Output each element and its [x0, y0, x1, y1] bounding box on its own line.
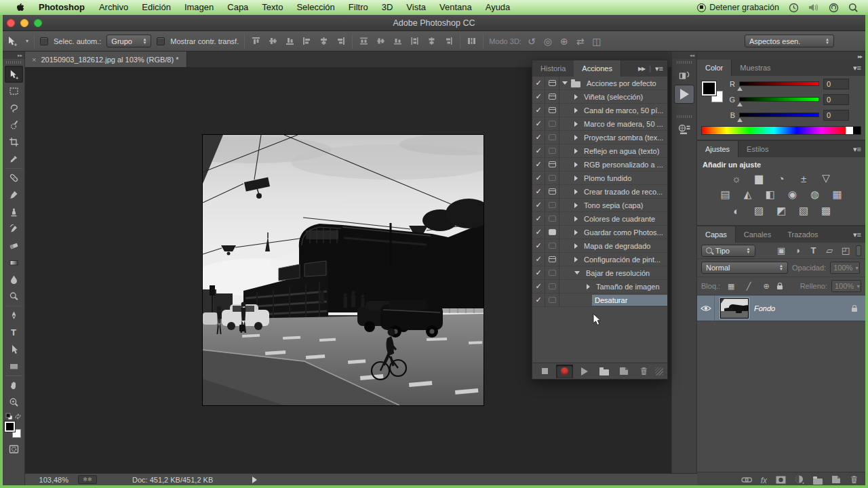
3d-roll-icon[interactable]: ◎: [542, 36, 554, 47]
auto-select-checkbox[interactable]: [40, 37, 48, 45]
channel-mixer-icon[interactable]: ◍: [807, 188, 823, 201]
auto-select-target-dropdown[interactable]: Grupo ▲▼: [106, 35, 151, 47]
status-options-button[interactable]: ✻✻: [78, 475, 97, 484]
action-check-icon[interactable]: ✓: [532, 131, 545, 144]
posterize-icon[interactable]: ▨: [751, 204, 767, 218]
distribute-bottom-edges-button[interactable]: [392, 35, 403, 47]
action-row[interactable]: ✓ Plomo fundido: [532, 171, 667, 185]
panel-resize-grip[interactable]: [655, 367, 663, 375]
tab-ajustes[interactable]: Ajustes: [697, 141, 738, 157]
action-dialog-toggle[interactable]: [545, 158, 559, 171]
menu-edicion[interactable]: Edición: [135, 0, 178, 15]
zoom-percentage-field[interactable]: 103,48%: [33, 476, 68, 484]
panel-menu-icon[interactable]: ▾≡: [853, 230, 861, 239]
action-check-icon[interactable]: ✓: [532, 266, 545, 279]
swap-colors-icon[interactable]: [14, 413, 22, 420]
action-label[interactable]: Mapa de degradado: [581, 241, 667, 251]
action-label[interactable]: Tono sepia (capa): [581, 200, 667, 211]
dock-expand-arrows-icon[interactable]: ◂◂: [672, 52, 696, 59]
tab-acciones[interactable]: Acciones: [574, 60, 621, 77]
new-layer-button[interactable]: [831, 475, 841, 485]
action-check-icon[interactable]: ✓: [532, 226, 545, 239]
rectangular-marquee-tool[interactable]: [5, 83, 23, 100]
selective-color-icon[interactable]: ▧: [795, 204, 812, 218]
action-dialog-toggle[interactable]: [545, 77, 559, 89]
quick-selection-tool[interactable]: [5, 117, 23, 134]
minimize-window-button[interactable]: [20, 19, 28, 27]
action-dialog-toggle[interactable]: [545, 253, 559, 266]
action-row[interactable]: ✓ Canal de marco, 50 pí...: [532, 104, 667, 117]
action-check-icon[interactable]: ✓: [532, 117, 545, 130]
color-lookup-icon[interactable]: ▦: [829, 188, 846, 201]
action-dialog-toggle[interactable]: [545, 171, 559, 184]
action-check-icon[interactable]: ✓: [532, 104, 545, 117]
vibrance-icon[interactable]: ▽: [818, 171, 834, 185]
filter-pixel-layers-icon[interactable]: ▣: [775, 245, 787, 256]
status-info-arrow-icon[interactable]: [252, 476, 257, 483]
expand-arrow-icon[interactable]: [574, 230, 578, 235]
expand-arrow-icon[interactable]: [574, 108, 578, 113]
distribute-left-edges-button[interactable]: [409, 35, 420, 47]
distribute-horizontal-centers-button[interactable]: [426, 35, 437, 47]
new-group-button[interactable]: [813, 479, 823, 485]
action-dialog-toggle[interactable]: [545, 293, 559, 306]
action-check-icon[interactable]: ✓: [532, 280, 545, 293]
spot-healing-brush-tool[interactable]: [5, 169, 23, 186]
layer-visibility-toggle[interactable]: [697, 296, 715, 321]
panel-collapse-arrows-icon[interactable]: ▶▶: [638, 66, 645, 72]
action-set-label[interactable]: Acciones por defecto: [584, 78, 667, 89]
levels-icon[interactable]: ▆: [751, 171, 767, 185]
play-action-button[interactable]: [576, 365, 593, 378]
channel-r-value[interactable]: 0: [823, 79, 849, 89]
menu-vista[interactable]: Vista: [399, 0, 433, 15]
distribute-spacing-button[interactable]: [466, 35, 477, 47]
action-check-icon[interactable]: ✓: [532, 185, 545, 198]
history-panel-icon[interactable]: [674, 66, 694, 85]
blur-tool[interactable]: [5, 271, 23, 288]
action-row[interactable]: ✓ Viñeta (selección): [532, 90, 667, 104]
lock-pixels-icon[interactable]: ╱: [742, 282, 755, 291]
action-label[interactable]: Proyectar sombra (tex...: [581, 132, 667, 143]
lock-all-icon[interactable]: [777, 285, 783, 289]
action-label[interactable]: Desaturar: [592, 295, 667, 306]
blend-mode-dropdown[interactable]: Normal ▲▼: [701, 262, 788, 274]
expand-arrow-icon[interactable]: [587, 284, 590, 289]
fill-dropdown[interactable]: 100% ▼: [831, 280, 861, 292]
panel-menu-icon[interactable]: ▾≡: [853, 145, 861, 154]
action-dialog-toggle[interactable]: [545, 239, 559, 252]
history-brush-tool[interactable]: [5, 220, 23, 237]
action-dialog-toggle[interactable]: [545, 212, 559, 225]
action-check-icon[interactable]: ✓: [532, 199, 545, 211]
tab-canales[interactable]: Canales: [736, 226, 779, 243]
brush-tool[interactable]: [5, 186, 23, 203]
action-check-icon[interactable]: ✓: [532, 77, 545, 89]
lock-transparency-icon[interactable]: ▦: [724, 282, 738, 291]
action-row[interactable]: ✓ Acciones por defecto: [532, 77, 667, 90]
expand-arrow-icon[interactable]: [574, 216, 578, 222]
action-row[interactable]: ✓ Tamaño de imagen: [532, 280, 667, 293]
spotlight-icon[interactable]: [848, 3, 859, 13]
quick-mask-mode-button[interactable]: [5, 441, 23, 458]
black-white-icon[interactable]: ◧: [762, 188, 778, 201]
menubar-app-name[interactable]: Photoshop: [31, 0, 92, 15]
action-label[interactable]: Plomo fundido: [581, 173, 667, 184]
action-row[interactable]: ✓ Tono sepia (capa): [532, 199, 667, 212]
3d-pan-icon[interactable]: ⊕: [558, 36, 570, 47]
pen-tool[interactable]: [5, 307, 23, 324]
channel-r-slider[interactable]: [739, 81, 819, 86]
filter-type-layers-icon[interactable]: T: [808, 245, 820, 256]
exposure-icon[interactable]: ±: [795, 171, 812, 185]
menu-3d[interactable]: 3D: [375, 0, 400, 15]
layer-filter-type-dropdown[interactable]: Tipo ▲▼: [701, 245, 755, 257]
dodge-tool[interactable]: [5, 288, 23, 305]
rectangle-shape-tool[interactable]: [5, 358, 23, 375]
expand-arrow-icon[interactable]: [574, 94, 578, 100]
apple-menu-icon[interactable]: [8, 2, 31, 13]
action-row[interactable]: ✓ Guardar como Photos...: [532, 226, 667, 239]
move-tool[interactable]: [5, 66, 23, 83]
dock-grip[interactable]: [677, 115, 692, 118]
channel-b-slider[interactable]: [739, 113, 819, 117]
action-check-icon[interactable]: ✓: [532, 253, 545, 266]
action-row[interactable]: ✓ Marco de madera, 50 ...: [532, 117, 667, 131]
action-label[interactable]: Tamaño de imagen: [593, 281, 667, 292]
